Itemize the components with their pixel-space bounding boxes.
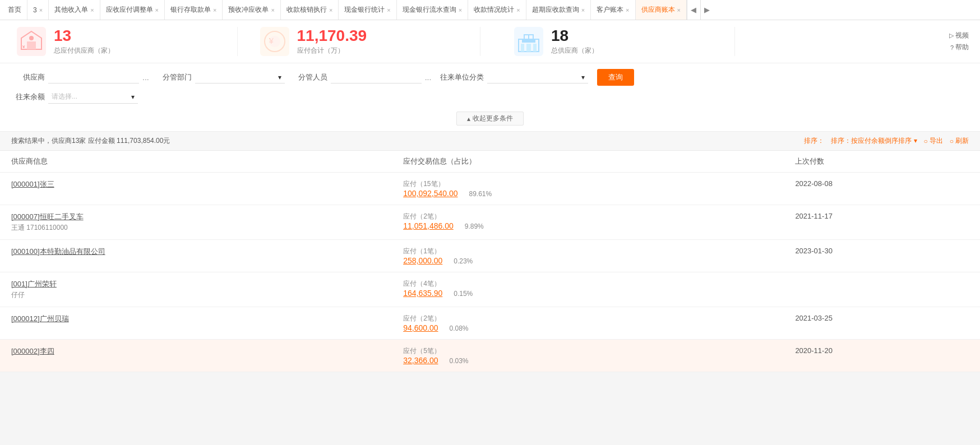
sort-value[interactable]: 排序：按应付余额倒序排序 ▾ — [831, 136, 917, 146]
tx-label: 应付（2笔） — [403, 212, 773, 221]
close-tab-receipt-verify-icon[interactable]: × — [329, 7, 332, 13]
nav-tab-supplier-book[interactable]: 供应商账本 × — [636, 0, 687, 20]
tx-label: 应付（1笔） — [403, 247, 773, 256]
close-tab-prepaid-ar-icon[interactable]: × — [271, 7, 274, 13]
filter-row-2: 往来余额 请选择... ▾ — [11, 90, 969, 104]
nav-tab-cash-bank-flow[interactable]: 现金银行流水查询 × — [397, 0, 468, 20]
card1-label: 总应付供应商（家） — [54, 46, 114, 55]
table-row: [000012]广州贝瑞应付（2笔）94,600.000.08%2021-03-… — [0, 307, 980, 340]
tx-cell: 应付（15笔）100,092,540.0089.61% — [392, 173, 784, 205]
last-pay-date: 2022-08-08 — [795, 179, 833, 188]
svg-rect-2 — [27, 41, 36, 49]
nav-tab-3[interactable]: 3 × — [27, 0, 49, 20]
close-tab-3-icon[interactable]: × — [39, 7, 43, 13]
export-icon: ○ — [924, 137, 928, 145]
supplier-link[interactable]: [001]广州荣轩 — [11, 280, 57, 288]
nav-tab-home-label: 首页 — [8, 5, 21, 15]
last-pay-cell — [784, 272, 980, 307]
last-pay-date: 2021-11-17 — [795, 212, 833, 220]
supplier-link[interactable]: [000100]本特勤油品有限公司 — [11, 247, 105, 256]
top-navigation: 首页 3 × 其他收入单 × 应收应付调整单 × 银行存取款单 × 预收冲应收单… — [0, 0, 980, 20]
sort-chevron-down-icon: ▾ — [914, 137, 917, 145]
supplier-filter-label: 供应商 — [11, 72, 45, 82]
close-tab-other-income-icon[interactable]: × — [90, 7, 94, 13]
tx-amount[interactable]: 164,635.90 — [403, 289, 442, 298]
total-supplier-icon — [514, 27, 543, 56]
tx-cell: 应付（5笔）32,366.000.03% — [392, 340, 784, 372]
supplier-link[interactable]: [000002]李四 — [11, 347, 54, 355]
supplier-link[interactable]: [000007]恒旺二手叉车 — [11, 212, 84, 221]
supplier-cell: [000012]广州贝瑞 — [0, 307, 392, 340]
tx-amount[interactable]: 32,366.00 — [403, 356, 438, 365]
result-bar: 搜索结果中，供应商13家 应付金额 111,703,854.00元 排序： 排序… — [0, 132, 980, 151]
nav-tab-prepaid-ar[interactable]: 预收冲应收单 × — [223, 0, 280, 20]
tx-amount[interactable]: 100,092,540.00 — [403, 189, 457, 198]
tx-cell: 应付（1笔）258,000.000.23% — [392, 240, 784, 272]
tx-amount-row: 11,051,486.009.89% — [403, 221, 773, 230]
filter-row-1: 供应商 ... 分管部门 ▾ 分管人员 ... 往来单位分类 ▾ 查询 — [11, 69, 969, 86]
payable-supplier-icon: ¥ — [17, 27, 46, 56]
nav-next-arrow[interactable]: ▶ — [700, 0, 714, 20]
close-tab-ar-ap-adjust-icon[interactable]: × — [155, 7, 159, 13]
collapse-filter-button[interactable]: ▴ 收起更多条件 — [456, 112, 524, 126]
tx-label: 应付（5笔） — [403, 346, 773, 356]
summary-bar: ¥ 13 总应付供应商（家） ¥ 11,170.39 应付合计（万） — [0, 20, 980, 63]
nav-tab-receipt-stat[interactable]: 收款情况统计 × — [468, 0, 526, 20]
supplier-link[interactable]: [000001]张三 — [11, 180, 54, 188]
nav-tab-ar-ap-adjust[interactable]: 应收应付调整单 × — [100, 0, 165, 20]
table-row: [000007]恒旺二手叉车王通 17106110000应付（2笔）11,051… — [0, 205, 980, 240]
supplier-ellipsis-icon[interactable]: ... — [142, 73, 149, 82]
close-tab-supplier-book-icon[interactable]: × — [677, 7, 681, 13]
nav-tab-cash-bank-stat[interactable]: 现金银行统计 × — [339, 0, 396, 20]
supplier-cell: [000001]张三 — [0, 173, 392, 205]
supplier-filter: 供应商 ... — [11, 72, 149, 84]
dept-select[interactable]: ▾ — [195, 72, 285, 84]
nav-tab-cash-bank-flow-label: 现金银行流水查询 — [403, 5, 456, 15]
supplier-cell: [000100]本特勤油品有限公司 — [0, 240, 392, 272]
nav-prev-arrow[interactable]: ◀ — [687, 0, 700, 20]
supplier-input[interactable] — [48, 72, 139, 84]
query-button[interactable]: 查询 — [597, 69, 634, 86]
tx-amount[interactable]: 94,600.00 — [403, 323, 438, 332]
table-row: [000002]李四应付（5笔）32,366.000.03%2020-11-20 — [0, 340, 980, 372]
tx-amount-row: 94,600.000.08% — [403, 323, 773, 332]
tx-amount[interactable]: 258,000.00 — [403, 256, 442, 265]
category-select[interactable]: ▾ — [487, 72, 588, 84]
result-actions: 排序： 排序：按应付余额倒序排序 ▾ ○ 导出 ○ 刷新 — [804, 136, 969, 146]
help-link[interactable]: ? 帮助 — [950, 43, 969, 52]
video-link[interactable]: ▷ 视频 — [949, 31, 969, 40]
result-summary-text: 搜索结果中，供应商13家 应付金额 111,703,854.00元 — [11, 136, 170, 146]
tx-label: 应付（15笔） — [403, 179, 773, 189]
nav-tab-other-income-label: 其他收入单 — [54, 5, 88, 15]
refresh-icon: ○ — [950, 137, 954, 145]
nav-tab-customer-book[interactable]: 客户账本 × — [591, 0, 635, 20]
tx-amount[interactable]: 11,051,486.00 — [403, 221, 454, 230]
export-button[interactable]: ○ 导出 — [924, 136, 943, 146]
nav-tab-bank-deposit[interactable]: 银行存取款单 × — [165, 0, 223, 20]
nav-tab-other-income[interactable]: 其他收入单 × — [49, 0, 100, 20]
last-pay-cell: 2021-03-25 — [784, 307, 980, 340]
refresh-button[interactable]: ○ 刷新 — [950, 136, 969, 146]
nav-tab-overdue-ar[interactable]: 超期应收款查询 × — [526, 0, 591, 20]
card1-content: 13 总应付供应商（家） — [54, 27, 114, 55]
close-tab-cash-bank-flow-icon[interactable]: × — [459, 7, 462, 13]
col-header-supplier: 供应商信息 — [0, 151, 392, 173]
close-tab-cash-bank-stat-icon[interactable]: × — [387, 7, 390, 13]
table-header-row: 供应商信息 应付交易信息（占比） 上次付数 — [0, 151, 980, 173]
card2-number: 11,170.39 — [297, 27, 367, 45]
tx-label: 应付（2笔） — [403, 314, 773, 323]
close-tab-bank-deposit-icon[interactable]: × — [213, 7, 216, 13]
person-input[interactable] — [331, 72, 422, 84]
nav-tab-receipt-verify[interactable]: 收款核销执行 × — [281, 0, 339, 20]
col-header-tx: 应付交易信息（占比） — [392, 151, 784, 173]
close-tab-overdue-ar-icon[interactable]: × — [581, 7, 585, 13]
close-tab-customer-book-icon[interactable]: × — [626, 7, 629, 13]
person-ellipsis-icon[interactable]: ... — [425, 73, 432, 82]
table-row: [001]广州荣轩仔仔应付（4笔）164,635.900.15% — [0, 272, 980, 307]
close-tab-receipt-stat-icon[interactable]: × — [516, 7, 520, 13]
supplier-link[interactable]: [000012]广州贝瑞 — [11, 314, 69, 323]
balance-select[interactable]: 请选择... ▾ — [48, 90, 138, 104]
nav-tab-home[interactable]: 首页 — [2, 0, 27, 20]
tx-amount-row: 258,000.000.23% — [403, 256, 773, 265]
help-icon: ? — [950, 44, 954, 51]
